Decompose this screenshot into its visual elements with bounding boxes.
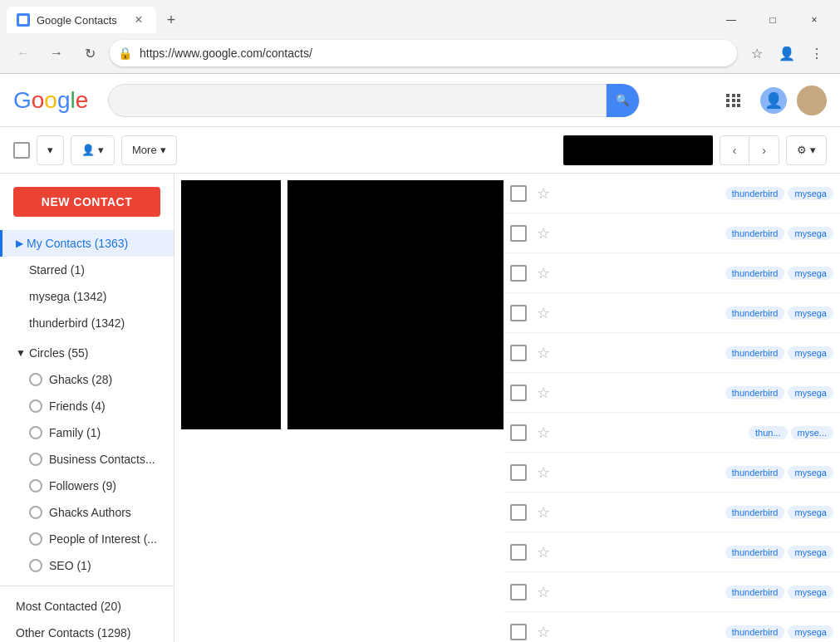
table-row[interactable]: ☆thunderbirdmysega [504,453,840,493]
row-star[interactable]: ☆ [533,184,553,203]
sidebar-item-starred[interactable]: Starred (1) [0,257,174,283]
sidebar-item-circles[interactable]: ▼ Circles (55) [0,340,174,366]
table-row[interactable]: ☆thunderbirdmysega [504,253,840,293]
search-input[interactable] [115,93,606,108]
more-button[interactable]: More ▾ [121,135,177,165]
active-tab[interactable]: Google Contacts × [7,7,156,33]
table-row[interactable]: ☆thun...myse... [504,413,840,453]
prev-page-button[interactable]: ‹ [720,135,749,165]
row-checkbox[interactable] [510,345,527,361]
profile-avatar[interactable] [797,86,827,115]
table-row[interactable]: ☆thunderbirdmysega [504,333,840,373]
table-row[interactable]: ☆thunderbirdmysega [504,293,840,333]
select-all-checkbox[interactable] [13,142,30,159]
contact-tag[interactable]: thunderbird [725,187,785,200]
row-checkbox[interactable] [510,225,527,242]
sidebar-item-ghacks[interactable]: Ghacks (28) [0,366,174,393]
row-star[interactable]: ☆ [533,582,553,602]
table-row[interactable]: ☆thunderbirdmysega [504,572,840,612]
table-row[interactable]: ☆thunderbirdmysega [504,493,840,532]
contact-tag[interactable]: mysega [788,306,833,320]
contact-tag[interactable]: thunderbird [725,546,785,559]
back-button[interactable]: ← [10,40,37,66]
contact-tag[interactable]: thunderbird [725,506,785,519]
sidebar-item-thunderbird[interactable]: thunderbird (1342) [0,310,174,336]
row-star[interactable]: ☆ [533,423,553,443]
contact-tag[interactable]: mysega [788,227,833,240]
account-button[interactable]: 👤 [774,40,800,66]
add-contact-button[interactable]: 👤 ▾ [71,135,115,165]
contact-tag[interactable]: mysega [788,466,833,479]
row-star[interactable]: ☆ [533,502,553,522]
maximize-button[interactable]: □ [754,7,792,33]
contact-tag[interactable]: mysega [788,506,833,519]
search-button[interactable]: 🔍 [606,84,639,117]
table-row[interactable]: ☆thunderbirdmysega [504,612,840,642]
contact-tag[interactable]: mysega [788,346,833,360]
new-tab-button[interactable]: + [160,8,183,32]
close-button[interactable]: × [795,7,833,33]
row-checkbox[interactable] [510,464,527,481]
tab-close-button[interactable]: × [131,12,146,27]
sidebar-item-family[interactable]: Family (1) [0,419,174,446]
table-row[interactable]: ☆thunderbirdmysega [504,174,840,213]
row-star[interactable]: ☆ [533,223,553,243]
row-star[interactable]: ☆ [533,343,553,363]
row-checkbox[interactable] [510,265,527,282]
sidebar-item-mysega[interactable]: mysega (1342) [0,283,174,310]
contact-tag[interactable]: thunderbird [725,306,785,320]
forward-button[interactable]: → [43,40,70,66]
sidebar-item-followers[interactable]: Followers (9) [0,473,174,499]
sidebar-item-business-contacts[interactable]: Business Contacts... [0,446,174,473]
sidebar-item-friends[interactable]: Friends (4) [0,393,174,419]
table-row[interactable]: ☆thunderbirdmysega [504,213,840,253]
select-dropdown-button[interactable]: ▾ [37,135,64,165]
new-contact-button[interactable]: NEW CONTACT [13,187,160,217]
next-page-button[interactable]: › [749,135,779,165]
row-checkbox[interactable] [510,424,527,441]
contact-tag[interactable]: thunderbird [725,386,785,399]
table-row[interactable]: ☆thunderbirdmysega [504,373,840,413]
contact-tag[interactable]: thunderbird [725,625,785,639]
apps-button[interactable] [717,84,750,117]
minimize-button[interactable]: — [712,7,750,33]
sidebar-item-most-contacted[interactable]: Most Contacted (20) [0,593,174,620]
row-star[interactable]: ☆ [533,622,553,642]
url-input[interactable] [110,40,737,66]
row-star[interactable]: ☆ [533,263,553,283]
contact-tag[interactable]: myse... [791,426,833,439]
row-star[interactable]: ☆ [533,303,553,323]
contact-tag[interactable]: thunderbird [725,586,785,599]
row-checkbox[interactable] [510,305,527,321]
refresh-button[interactable]: ↻ [76,40,103,66]
contact-tag[interactable]: thunderbird [725,267,785,280]
row-checkbox[interactable] [510,544,527,561]
row-checkbox[interactable] [510,185,527,202]
account-circle-button[interactable]: 👤 [757,84,790,117]
row-checkbox[interactable] [510,385,527,401]
contact-tag[interactable]: mysega [788,187,833,200]
contact-tag[interactable]: mysega [788,386,833,399]
contact-tag[interactable]: mysega [788,546,833,559]
sidebar-item-other-contacts[interactable]: Other Contacts (1298) [0,620,174,642]
contact-tag[interactable]: thunderbird [725,466,785,479]
settings-button[interactable]: ⚙ ▾ [786,135,827,165]
contact-tag[interactable]: mysega [788,586,833,599]
row-checkbox[interactable] [510,504,527,521]
bookmark-button[interactable]: ☆ [744,40,770,66]
row-checkbox[interactable] [510,584,527,600]
contact-tag[interactable]: mysega [788,267,833,280]
sidebar-item-my-contacts[interactable]: ▶ My Contacts (1363) [0,230,174,257]
contact-tag[interactable]: mysega [788,625,833,639]
contact-tag[interactable]: thunderbird [725,227,785,240]
sidebar-item-seo[interactable]: SEO (1) [0,552,174,579]
row-star[interactable]: ☆ [533,383,553,403]
table-row[interactable]: ☆thunderbirdmysega [504,532,840,572]
row-checkbox[interactable] [510,624,527,640]
more-options-button[interactable]: ⋮ [803,40,830,66]
sidebar-item-people-of-interest[interactable]: People of Interest (... [0,526,174,552]
contact-tag[interactable]: thun... [749,426,788,439]
contact-tag[interactable]: thunderbird [725,346,785,360]
sidebar-item-ghacks-authors[interactable]: Ghacks Authors [0,499,174,526]
row-star[interactable]: ☆ [533,542,553,562]
